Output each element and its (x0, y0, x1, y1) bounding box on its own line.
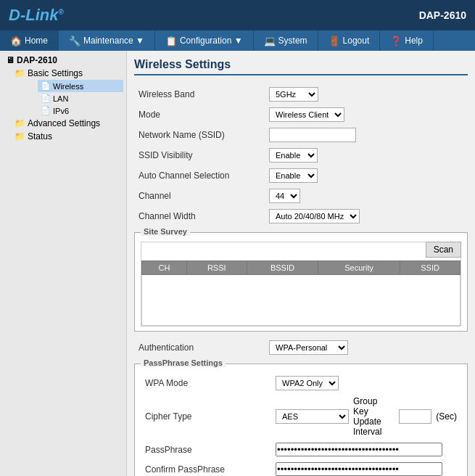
sidebar-advanced-settings-group: 📁 Advanced Settings (3, 117, 123, 130)
configuration-icon: 📋 (165, 36, 177, 46)
ssid-visibility-row: SSID Visibility Enable Disable (134, 145, 468, 165)
confirm-passphrase-label: Confirm PassPhrase (141, 459, 271, 476)
sidebar-basic-settings-label: Basic Settings (28, 68, 83, 78)
auth-table: Authentication WPA-Personal WPA-Enterpri… (134, 337, 468, 358)
mode-label: Mode (134, 104, 265, 125)
main-layout: 🖥 DAP-2610 📁 Basic Settings 📄 Wireless 📄… (0, 51, 475, 476)
sidebar-ipv6-label: IPv6 (53, 107, 69, 115)
nav-help[interactable]: ❓ Help (380, 30, 434, 51)
site-survey-legend: Site Survey (141, 227, 190, 236)
authentication-select[interactable]: WPA-Personal WPA-Enterprise Open (269, 340, 348, 355)
sidebar-item-basic-settings[interactable]: 📁 Basic Settings (12, 67, 123, 80)
sidebar-lan-label: LAN (53, 94, 68, 103)
ssid-visibility-select[interactable]: Enable Disable (269, 148, 318, 163)
sidebar-advanced-label: Advanced Settings (28, 118, 100, 128)
passphrase-legend: PassPhrase Settings (141, 358, 226, 367)
help-icon: ❓ (390, 36, 402, 46)
sidebar-item-status[interactable]: 📁 Status (12, 130, 123, 143)
group-key-label: Group Key Update Interval (353, 396, 395, 437)
wireless-page-icon: 📄 (41, 81, 51, 91)
confirm-passphrase-input[interactable] (276, 462, 442, 476)
scan-button[interactable]: Scan (426, 242, 461, 258)
wpa-mode-label: WPA Mode (141, 373, 271, 393)
model-number: DAP-2610 (419, 9, 466, 21)
adv-folder-icon: 📁 (15, 118, 25, 128)
sidebar-status-group: 📁 Status (3, 130, 123, 143)
passphrase-row: PassPhrase (141, 440, 461, 459)
sidebar-basic-settings-group: 📁 Basic Settings 📄 Wireless 📄 LAN 📄 IPv6 (3, 67, 123, 117)
nav-configuration[interactable]: 📋 Configuration ▼ (155, 30, 254, 51)
navbar: 🏠 Home 🔧 Maintenance ▼ 📋 Configuration ▼… (0, 30, 475, 51)
authentication-row: Authentication WPA-Personal WPA-Enterpri… (134, 337, 468, 358)
computer-icon: 🖥 (6, 55, 15, 65)
passphrase-label: PassPhrase (141, 440, 271, 459)
basic-settings-table: Wireless Band 5GHz 2.4GHz Mode Wireless … (134, 84, 468, 226)
nav-home-label: Home (25, 36, 48, 46)
channel-width-label: Channel Width (134, 206, 265, 226)
logo-text: D-Link® (9, 6, 64, 24)
authentication-label: Authentication (134, 337, 265, 358)
col-ssid: SSID (400, 261, 460, 275)
cipher-type-label: Cipher Type (141, 393, 271, 440)
folder-icon: 📁 (15, 68, 25, 78)
group-key-unit: (Sec) (436, 411, 457, 422)
col-security: Security (318, 261, 400, 275)
sidebar-wireless-group: 📄 Wireless 📄 LAN 📄 IPv6 (12, 80, 123, 117)
cipher-type-select[interactable]: AES TKIP TKIP and AES (276, 409, 349, 424)
nav-logout[interactable]: 🚪 Logout (318, 30, 381, 51)
maintenance-icon: 🔧 (69, 36, 80, 46)
content-area: Wireless Settings Wireless Band 5GHz 2.4… (127, 51, 475, 476)
channel-label: Channel (134, 186, 265, 206)
channel-width-select[interactable]: Auto 20/40/80 MHz 20 MHz 40 MHz 80 MHz (269, 209, 360, 223)
nav-system[interactable]: 💻 System (254, 30, 318, 51)
wpa-mode-select[interactable]: WPA2 Only WPA Only Auto (276, 376, 339, 390)
sidebar-status-label: Status (28, 131, 52, 141)
nav-configuration-label: Configuration ▼ (180, 36, 243, 46)
logo: D-Link® (9, 6, 64, 25)
nav-maintenance[interactable]: 🔧 Maintenance ▼ (59, 30, 155, 51)
nav-system-label: System (278, 36, 307, 46)
passphrase-settings-box: PassPhrase Settings WPA Mode WPA2 Only W… (134, 364, 468, 476)
mode-row: Mode Wireless Client Access Point WDS (134, 104, 468, 125)
col-rssi: RSSI (186, 261, 247, 275)
ssid-visibility-label: SSID Visibility (134, 145, 265, 165)
logout-icon: 🚪 (329, 36, 340, 46)
sidebar-root-label: DAP-2610 (17, 55, 57, 65)
sidebar-wireless-label: Wireless (53, 82, 83, 91)
network-name-label: Network Name (SSID) (134, 125, 265, 145)
passphrase-table: WPA Mode WPA2 Only WPA Only Auto Cipher … (141, 373, 461, 476)
channel-select[interactable]: 44 (269, 189, 300, 203)
header: D-Link® DAP-2610 (0, 0, 475, 30)
sidebar-item-wireless[interactable]: 📄 Wireless (38, 80, 123, 92)
ssid-input[interactable]: Bron_5GHz (269, 128, 356, 142)
nav-help-label: Help (405, 36, 423, 46)
sidebar-root[interactable]: 🖥 DAP-2610 (3, 54, 123, 67)
system-icon: 💻 (264, 36, 276, 46)
status-folder-icon: 📁 (15, 131, 25, 141)
ipv6-page-icon: 📄 (41, 106, 51, 115)
group-key-input[interactable]: 3600 (399, 409, 431, 424)
col-ch: CH (142, 261, 187, 275)
lan-page-icon: 📄 (41, 94, 51, 103)
col-bssid: BSSID (247, 261, 318, 275)
sidebar: 🖥 DAP-2610 📁 Basic Settings 📄 Wireless 📄… (0, 51, 127, 476)
sidebar-item-advanced-settings[interactable]: 📁 Advanced Settings (12, 117, 123, 130)
auto-channel-select[interactable]: Enable Disable (269, 168, 318, 183)
network-name-row: Network Name (SSID) Bron_5GHz (134, 125, 468, 145)
site-survey-box: Site Survey Scan CH RSSI BSSID Security … (134, 232, 468, 332)
home-icon: 🏠 (10, 36, 22, 46)
survey-table: CH RSSI BSSID Security SSID (141, 260, 460, 326)
channel-row: Channel 44 (134, 186, 468, 206)
sidebar-item-lan[interactable]: 📄 LAN (38, 92, 123, 104)
nav-maintenance-label: Maintenance ▼ (83, 36, 144, 46)
cipher-type-row: Cipher Type AES TKIP TKIP and AES Group … (141, 393, 461, 440)
auto-channel-row: Auto Channel Selection Enable Disable (134, 165, 468, 186)
sidebar-item-ipv6[interactable]: 📄 IPv6 (38, 104, 123, 117)
wireless-band-select[interactable]: 5GHz 2.4GHz (269, 87, 318, 102)
confirm-passphrase-row: Confirm PassPhrase (141, 459, 461, 476)
channel-width-row: Channel Width Auto 20/40/80 MHz 20 MHz 4… (134, 206, 468, 226)
nav-home[interactable]: 🏠 Home (0, 30, 59, 51)
passphrase-input[interactable] (276, 443, 442, 456)
survey-empty-row (142, 275, 460, 326)
mode-select[interactable]: Wireless Client Access Point WDS (269, 107, 344, 122)
